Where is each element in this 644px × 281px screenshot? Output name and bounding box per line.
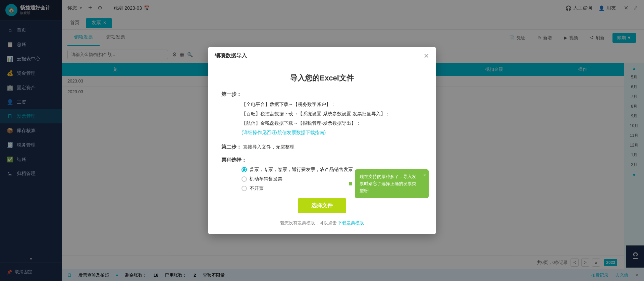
- dialog-header: 销项数据导入 ✕: [208, 47, 436, 65]
- radio-vehicle-label: 机动车销售发票: [250, 176, 282, 182]
- step1-items: 【全电平台】数据下载→【税务数字账户】； 【百旺】税控盘数据下载→【系统设置-系…: [221, 100, 423, 137]
- modal-overlay[interactable]: 销项数据导入 ✕ 导入您的Excel文件 第一步： 【全电平台】数据下载→【税务…: [0, 0, 644, 281]
- radio-no-ticket-label: 不开票: [250, 185, 264, 191]
- dialog: 销项数据导入 ✕ 导入您的Excel文件 第一步： 【全电平台】数据下载→【税务…: [208, 47, 436, 234]
- download-template-link[interactable]: 下载发票模版: [338, 220, 364, 225]
- dialog-main-title: 导入您的Excel文件: [221, 73, 423, 83]
- step1-link: (详细操作见百旺/航信发票数据下载指南): [241, 128, 423, 137]
- step1-item-2: 【百旺】税控盘数据下载→【系统设置-系统参数设置-发票批量导入】；: [241, 109, 423, 118]
- tooltip-text: 现在支持的票种多了，导入发票时别忘了选择正确的发票类型呀!: [360, 174, 416, 193]
- radio-group: 普票，专票，卷票，通行费发票，农产品销售发票 机动车销售发票 现在支持的票种多了…: [221, 167, 423, 191]
- tooltip-dot: [349, 182, 352, 185]
- radio-general-label: 普票，专票，卷票，通行费发票，农产品销售发票: [250, 167, 353, 173]
- tooltip-close-button[interactable]: ×: [423, 171, 426, 179]
- step1-guide-link[interactable]: (详细操作见百旺/航信发票数据下载指南): [241, 130, 326, 135]
- radio-vehicle-circle: [241, 176, 247, 182]
- step2-label: 第二步：: [221, 144, 241, 150]
- dialog-body: 导入您的Excel文件 第一步： 【全电平台】数据下载→【税务数字账户】； 【百…: [208, 65, 436, 234]
- dialog-footer: 若您没有发票模版，可以点击 下载发票模版: [221, 220, 423, 226]
- tooltip-anchor: 现在支持的票种多了，导入发票时别忘了选择正确的发票类型呀! ×: [349, 169, 429, 198]
- select-file-button[interactable]: 选择文件: [298, 198, 346, 213]
- ticket-selection: 票种选择： 普票，专票，卷票，通行费发票，农产品销售发票 机动车销售发票: [221, 157, 423, 191]
- step1-label: 第一步：: [221, 91, 241, 97]
- dialog-close-button[interactable]: ✕: [424, 53, 429, 59]
- step1-item-1: 【全电平台】数据下载→【税务数字账户】；: [241, 100, 423, 109]
- dialog-title: 销项数据导入: [215, 52, 247, 59]
- step2-text: 直接导入文件，无需整理: [243, 144, 294, 150]
- step-1: 第一步： 【全电平台】数据下载→【税务数字账户】； 【百旺】税控盘数据下载→【系…: [221, 91, 423, 137]
- footer-text: 若您没有发票模版，可以点击: [280, 220, 337, 225]
- tooltip-bubble: 现在支持的票种多了，导入发票时别忘了选择正确的发票类型呀! ×: [355, 169, 429, 198]
- radio-general-circle: [241, 167, 247, 172]
- radio-no-ticket-circle: [241, 186, 247, 191]
- select-file-label: 选择文件: [311, 203, 333, 208]
- step1-item-3: 【航信】金税盘数据下载→【报税管理-发票数据导出】；: [241, 118, 423, 128]
- radio-vehicle[interactable]: 机动车销售发票 现在支持的票种多了，导入发票时别忘了选择正确的发票类型呀! ×: [241, 176, 423, 182]
- step-2: 第二步： 直接导入文件，无需整理: [221, 144, 423, 150]
- ticket-label: 票种选择：: [221, 157, 247, 163]
